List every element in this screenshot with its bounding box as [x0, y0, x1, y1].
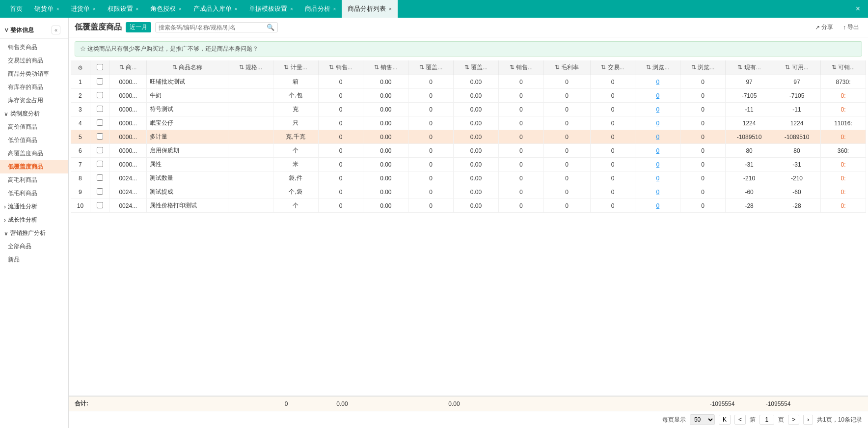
nav-close-products[interactable]: ×: [235, 6, 238, 12]
row-views1[interactable]: 0: [635, 199, 680, 213]
row-checkbox[interactable]: [90, 144, 109, 158]
row-views1[interactable]: 0: [635, 144, 680, 158]
sidebar-collapse-button[interactable]: «: [52, 26, 60, 34]
nav-item-home[interactable]: 首页: [4, 0, 28, 18]
row-checkbox[interactable]: [90, 75, 109, 89]
col-transactions[interactable]: ⇅ 交易...: [590, 60, 635, 75]
col-cov1[interactable]: ⇅ 覆盖...: [408, 60, 454, 75]
nav-close-permissions[interactable]: ×: [136, 6, 139, 12]
col-code[interactable]: ⇅ 商...: [109, 60, 147, 75]
nav-close-sales[interactable]: ×: [56, 6, 59, 12]
row-select-checkbox[interactable]: [97, 202, 103, 208]
col-cov2[interactable]: ⇅ 覆盖...: [454, 60, 499, 75]
sidebar-item-goods-turnover[interactable]: 商品分类动销率: [0, 67, 68, 81]
col-settings[interactable]: ⚙: [71, 60, 90, 75]
select-all-checkbox[interactable]: [97, 64, 103, 70]
row-select-checkbox[interactable]: [97, 188, 103, 195]
col-views1[interactable]: ⇅ 浏览...: [635, 60, 680, 75]
sidebar-item-all-goods[interactable]: 全部商品: [0, 240, 68, 253]
page-input[interactable]: [760, 415, 774, 425]
col-available[interactable]: ⇅ 可用...: [773, 60, 821, 75]
sidebar-item-inventory-goods[interactable]: 有库存的商品: [0, 81, 68, 94]
col-sales-days[interactable]: ⇅ 销售...: [498, 60, 543, 75]
col-checkbox[interactable]: [90, 60, 109, 75]
sidebar-item-traded-goods[interactable]: 交易过的商品: [0, 54, 68, 67]
sidebar-item-high-profit[interactable]: 高毛利商品: [0, 173, 68, 187]
sidebar-item-sales-goods[interactable]: 销售类商品: [0, 41, 68, 54]
nav-close-analysis-list[interactable]: ×: [389, 6, 392, 12]
row-checkbox[interactable]: [90, 185, 109, 199]
row-views1[interactable]: 0: [635, 75, 680, 89]
nav-item-roles[interactable]: 角色授权 ×: [144, 0, 187, 18]
nav-close-template[interactable]: ×: [290, 6, 293, 12]
nav-close-roles[interactable]: ×: [179, 6, 182, 12]
row-select-checkbox[interactable]: [97, 119, 103, 126]
col-name[interactable]: ⇅ 商品名称: [147, 60, 228, 75]
col-spec[interactable]: ⇅ 规格...: [228, 60, 273, 75]
share-button[interactable]: ↗ 分享: [812, 22, 836, 33]
sidebar-item-high-coverage[interactable]: 高覆盖度商品: [0, 147, 68, 160]
table-container: ⚙ ⇅ 商... ⇅ 商品名称 ⇅ 规格... ⇅ 计量... ⇅ 销售... …: [71, 60, 866, 396]
row-checkbox[interactable]: [90, 103, 109, 116]
sidebar-item-low-profit[interactable]: 低毛利商品: [0, 187, 68, 200]
time-filter-button[interactable]: 近一月: [126, 22, 151, 32]
row-cov1: 0: [408, 116, 454, 130]
row-views1[interactable]: 0: [635, 130, 680, 144]
nav-item-permissions[interactable]: 权限设置 ×: [102, 0, 144, 18]
nav-close-all-button[interactable]: ×: [852, 4, 864, 13]
col-sales-amt[interactable]: ⇅ 销售...: [363, 60, 408, 75]
nav-close-analysis[interactable]: ×: [333, 6, 336, 12]
row-views1[interactable]: 0: [635, 103, 680, 116]
row-checkbox[interactable]: [90, 116, 109, 130]
row-select-checkbox[interactable]: [97, 78, 103, 85]
row-select-checkbox[interactable]: [97, 106, 103, 112]
last-page-button[interactable]: ›: [803, 415, 813, 425]
row-views1[interactable]: 0: [635, 158, 680, 171]
sidebar-section-flow[interactable]: › 流通性分析: [0, 200, 68, 213]
sidebar-section-marketing[interactable]: ∨ 营销推广分析: [0, 227, 68, 240]
sidebar-item-new-goods[interactable]: 新品: [0, 253, 68, 266]
sidebar-item-low-coverage[interactable]: 低覆盖度商品: [0, 160, 68, 173]
sidebar-section-growth[interactable]: › 成长性分析: [0, 213, 68, 227]
search-input[interactable]: [159, 24, 265, 31]
col-unit[interactable]: ⇅ 计量...: [273, 60, 318, 75]
sidebar-item-high-value[interactable]: 高价值商品: [0, 120, 68, 134]
nav-item-sales[interactable]: 销货单 ×: [28, 0, 65, 18]
nav-item-template[interactable]: 单据模板设置 ×: [243, 0, 298, 18]
col-current[interactable]: ⇅ 现有...: [726, 60, 773, 75]
row-select-checkbox[interactable]: [97, 174, 103, 181]
nav-close-purchase[interactable]: ×: [93, 6, 96, 12]
row-checkbox[interactable]: [90, 171, 109, 185]
col-sellable[interactable]: ⇅ 可销...: [821, 60, 866, 75]
row-sales-days: 0: [498, 185, 543, 199]
nav-item-products[interactable]: 产成品入库单 ×: [188, 0, 243, 18]
nav-item-analysis-list[interactable]: 商品分析列表 ×: [342, 0, 397, 18]
row-gross-margin: 0: [543, 103, 590, 116]
row-checkbox[interactable]: [90, 199, 109, 213]
nav-item-purchase[interactable]: 进货单 ×: [65, 0, 101, 18]
sidebar-section-quality[interactable]: ∨ 类制度分析: [0, 107, 68, 120]
first-page-button[interactable]: K: [719, 415, 731, 425]
row-checkbox[interactable]: [90, 130, 109, 144]
col-sales-qty[interactable]: ⇅ 销售...: [318, 60, 363, 75]
sidebar-item-inventory-capital[interactable]: 库存资金占用: [0, 94, 68, 107]
row-checkbox[interactable]: [90, 89, 109, 103]
row-views1[interactable]: 0: [635, 171, 680, 185]
col-views2[interactable]: ⇅ 浏览...: [680, 60, 726, 75]
row-select-checkbox[interactable]: [97, 147, 103, 153]
row-views1[interactable]: 0: [635, 116, 680, 130]
row-views1[interactable]: 0: [635, 89, 680, 103]
row-views1[interactable]: 0: [635, 185, 680, 199]
row-views2: 0: [680, 89, 726, 103]
row-checkbox[interactable]: [90, 158, 109, 171]
prev-page-button[interactable]: <: [734, 415, 746, 425]
row-select-checkbox[interactable]: [97, 92, 103, 98]
nav-item-analysis[interactable]: 商品分析 ×: [299, 0, 342, 18]
col-gross-margin[interactable]: ⇅ 毛利率: [543, 60, 590, 75]
sidebar-item-low-value[interactable]: 低价值商品: [0, 134, 68, 147]
next-page-button[interactable]: >: [788, 415, 799, 425]
row-select-checkbox[interactable]: [97, 133, 103, 140]
export-button[interactable]: ↑ 导出: [840, 22, 862, 33]
row-select-checkbox[interactable]: [97, 161, 103, 167]
page-size-select[interactable]: 50 10 20 100: [690, 414, 715, 425]
